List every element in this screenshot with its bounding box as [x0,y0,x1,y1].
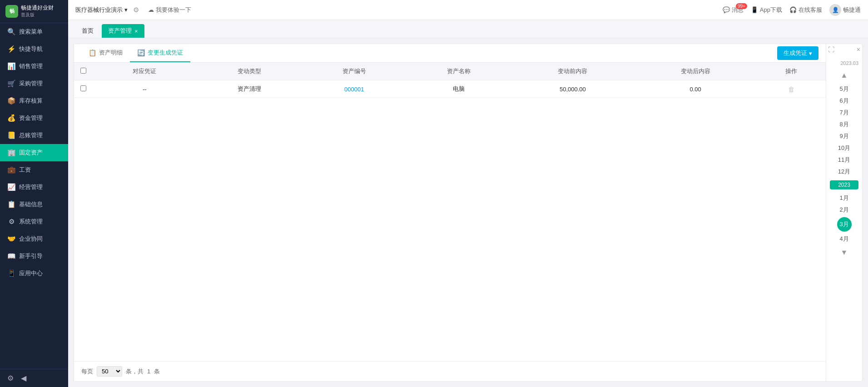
row-asset-name: 电脑 [407,80,511,98]
calendar-nav-down[interactable]: ▼ [839,247,850,258]
row-checkbox[interactable] [80,85,86,91]
col-after: 变动后内容 [634,63,757,80]
basicinfo-icon: 📋 [7,200,15,208]
sidebar-item-ledger[interactable]: 📒 总账管理 [0,127,68,144]
message-button[interactable]: 💬 消息 99+ [723,6,744,14]
user-label: 畅捷通 [843,6,861,14]
panel-expand-icon[interactable]: ⛶ [828,46,834,53]
calendar-month-8[interactable]: 8月 [826,119,862,130]
generate-label: 生成凭证 [784,49,807,57]
table-footer: 每页 50 100 200 条，共 1 条 [74,361,826,381]
select-all-checkbox[interactable] [80,68,86,74]
calendar-month-12[interactable]: 12月 [826,166,862,178]
tab-assets-management[interactable]: 资产管理 × [102,24,144,38]
sidebar-item-quicknav[interactable]: ⚡ 快捷导航 [0,40,68,58]
calendar-year-badge[interactable]: 2023 [830,180,858,189]
inner-content: 📋 资产明细 🔄 变更生成凭证 生成凭证 ▾ [74,44,826,381]
col-voucher: 对应凭证 [92,63,197,80]
sidebar-item-funds[interactable]: 💰 资金管理 [0,109,68,127]
topbar-right: 💬 消息 99+ 📱 App下载 🎧 在线客服 👤 畅捷通 [723,4,861,16]
sidebar-item-system[interactable]: ⚙ 系统管理 [0,213,68,230]
inventory-icon: 📦 [7,97,15,105]
calendar-nav-up[interactable]: ▲ [839,69,850,81]
sidebar-item-label: 工资 [19,166,31,174]
row-checkbox-cell [74,80,92,98]
sidebar-item-assets[interactable]: 🏢 固定资产 [0,144,68,161]
management-icon: 📈 [7,183,15,191]
company-name[interactable]: 医疗器械行业演示 ▾ [75,6,128,14]
assets-icon: 🏢 [7,149,15,157]
table-row: -- 资产清理 000001 电脑 50,000.00 0.00 🗑 [74,80,826,98]
main-area: 医疗器械行业演示 ▾ ⚙ ☁ 我要体验一下 💬 消息 99+ 📱 App下载 🎧… [68,0,868,387]
app-download-button[interactable]: 📱 App下载 [751,6,782,14]
per-page-separator: 条，共 [126,367,144,376]
calendar-month-4[interactable]: 4月 [826,233,862,245]
sidebar-item-label: 新手引导 [19,252,43,260]
user-menu[interactable]: 👤 畅捷通 [829,4,861,16]
change-voucher-icon: 🔄 [137,49,145,56]
service-button[interactable]: 🎧 在线客服 [789,6,822,14]
sidebar-item-enterprise[interactable]: 🤝 企业协同 [0,230,68,248]
search-icon: 🔍 [7,28,15,36]
feedback-icon: ☁ [148,6,154,13]
avatar: 👤 [829,4,841,16]
sidebar-item-sales[interactable]: 📊 销售管理 [0,58,68,75]
sales-icon: 📊 [7,62,15,70]
sidebar-item-guide[interactable]: 📖 新手引导 [0,248,68,265]
col-asset-no: 资产编号 [302,63,407,80]
sidebar-item-label: 基础信息 [19,200,43,208]
feedback-label: 我要体验一下 [156,6,191,14]
calendar-month-3-current[interactable]: 3月 [837,217,852,232]
sub-tab-asset-detail[interactable]: 📋 资产明细 [81,44,130,62]
calendar-month-5[interactable]: 5月 [826,83,862,95]
sub-tab-change-voucher[interactable]: 🔄 变更生成凭证 [130,44,190,62]
sidebar-footer: ⚙ ◀ [0,369,68,387]
calendar-year-label: 2023.03 [826,59,862,68]
service-icon: 🎧 [789,6,797,13]
calendar-month-6[interactable]: 6月 [826,95,862,107]
calendar-month-11[interactable]: 11月 [826,154,862,166]
calendar-month-7[interactable]: 7月 [826,107,862,119]
calendar-month-1[interactable]: 1月 [826,192,862,204]
table-wrapper: 对应凭证 变动类型 资产编号 资产名称 变动前内容 变动后内容 操作 [74,63,826,361]
topbar-gear-icon[interactable]: ⚙ [133,6,139,14]
logo-title: 畅捷通好业财 [21,5,54,12]
generate-dropdown-icon: ▾ [809,50,812,57]
salary-icon: 💼 [7,166,15,174]
sidebar-item-management[interactable]: 📈 经营管理 [0,179,68,196]
row-action-cell: 🗑 [757,80,826,98]
calendar-month-10[interactable]: 10月 [826,142,862,154]
delete-row-icon[interactable]: 🗑 [788,85,795,93]
settings-icon[interactable]: ⚙ [7,374,14,382]
calendar-month-9[interactable]: 9月 [826,130,862,142]
col-asset-name: 资产名称 [407,63,511,80]
col-change-type: 变动类型 [197,63,302,80]
generate-voucher-button[interactable]: 生成凭证 ▾ [777,46,818,60]
sidebar-item-label: 应用中心 [19,269,43,278]
sidebar-item-appcenter[interactable]: 📱 应用中心 [0,265,68,282]
appcenter-icon: 📱 [7,269,15,278]
close-tab-icon[interactable]: × [134,28,138,35]
calendar-month-2[interactable]: 2月 [826,204,862,216]
tab-home[interactable]: 首页 [75,24,100,38]
panel-close-icon[interactable]: × [857,46,860,53]
guide-icon: 📖 [7,252,15,260]
sidebar-item-purchase[interactable]: 🛒 采购管理 [0,75,68,92]
sidebar-item-label: 总账管理 [19,131,43,139]
service-label: 在线客服 [799,6,822,14]
sidebar-item-salary[interactable]: 💼 工资 [0,161,68,179]
right-panel: ⛶ × 2023.03 ▲ 5月 6月 7月 8月 9月 10月 11月 12月… [826,44,862,381]
sidebar-item-label: 经营管理 [19,183,43,191]
sidebar-item-label: 库存核算 [19,97,43,105]
feedback-button[interactable]: ☁ 我要体验一下 [148,6,191,14]
collapse-icon[interactable]: ◀ [21,374,26,382]
topbar: 医疗器械行业演示 ▾ ⚙ ☁ 我要体验一下 💬 消息 99+ 📱 App下载 🎧… [68,0,868,20]
sidebar-item-inventory[interactable]: 📦 库存核算 [0,92,68,109]
sidebar-item-basicinfo[interactable]: 📋 基础信息 [0,196,68,213]
assets-table: 对应凭证 变动类型 资产编号 资产名称 变动前内容 变动后内容 操作 [74,63,826,98]
asset-detail-icon: 📋 [89,49,96,56]
sidebar-item-search[interactable]: 🔍 搜索菜单 [0,23,68,40]
sidebar-item-label: 固定资产 [19,149,43,157]
message-badge: 99+ [736,3,747,9]
page-size-select[interactable]: 50 100 200 [97,366,122,377]
